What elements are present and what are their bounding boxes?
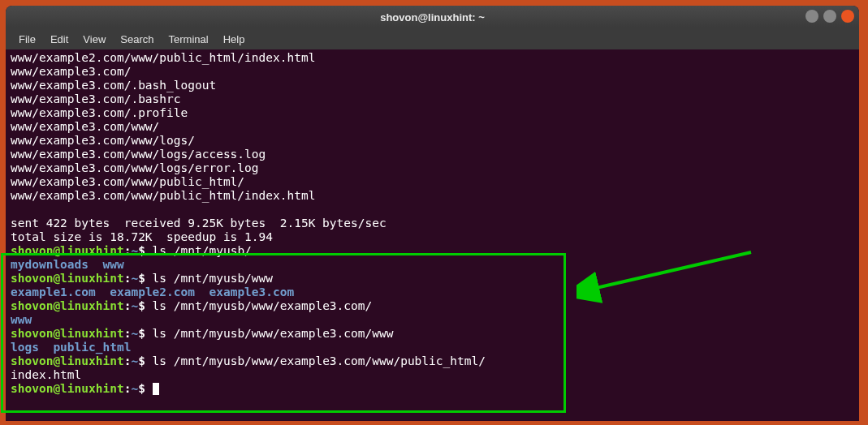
prompt-line: shovon@linuxhint:~$ ls /mnt/myusb/www: [11, 272, 854, 285]
output-line: mydownloads www: [11, 258, 854, 272]
menubar: File Edit View Search Terminal Help: [6, 28, 859, 49]
menu-terminal[interactable]: Terminal: [162, 32, 215, 47]
output-line: www: [11, 313, 854, 327]
menu-view[interactable]: View: [76, 32, 112, 47]
menu-edit[interactable]: Edit: [44, 32, 75, 47]
terminal-window: shovon@linuxhint: ~ File Edit View Searc…: [6, 6, 859, 421]
prompt-line: shovon@linuxhint:~$ ls /mnt/myusb/www/ex…: [11, 354, 854, 368]
output-line: www/example3.com/.profile: [11, 106, 854, 120]
output-line: total size is 18.72K speedup is 1.94: [11, 230, 854, 244]
prompt-line: shovon@linuxhint:~$: [11, 382, 854, 396]
output-line: www/example3.com/.bash_logout: [11, 79, 854, 92]
window-title: shovon@linuxhint: ~: [380, 11, 485, 24]
minimize-icon[interactable]: [805, 10, 818, 23]
output-line: www/example3.com/www/: [11, 120, 854, 134]
output-line: www/example3.com/www/logs/access.log: [11, 148, 854, 161]
terminal-body[interactable]: www/example2.com/www/public_html/index.h…: [6, 49, 859, 397]
cursor: [153, 383, 159, 395]
menu-search[interactable]: Search: [114, 32, 160, 47]
output-line: www/example3.com/: [11, 65, 854, 79]
output-line: logs public_html: [11, 341, 854, 354]
output-line: www/example3.com/www/logs/error.log: [11, 161, 854, 175]
output-line: www/example3.com/www/logs/: [11, 134, 854, 148]
output-line: www/example3.com/.bashrc: [11, 92, 854, 106]
output-line: www/example3.com/www/public_html/index.h…: [11, 189, 854, 203]
close-icon[interactable]: [841, 10, 854, 23]
prompt-line: shovon@linuxhint:~$ ls /mnt/myusb/: [11, 244, 854, 258]
output-line: www/example3.com/www/public_html/: [11, 175, 854, 189]
maximize-icon[interactable]: [823, 10, 836, 23]
menu-help[interactable]: Help: [217, 32, 252, 47]
prompt-line: shovon@linuxhint:~$ ls /mnt/myusb/www/ex…: [11, 299, 854, 313]
output-line: example1.com example2.com example3.com: [11, 285, 854, 299]
window-controls: [805, 10, 854, 23]
titlebar: shovon@linuxhint: ~: [6, 6, 859, 28]
output-line: www/example2.com/www/public_html/index.h…: [11, 51, 854, 65]
menu-file[interactable]: File: [12, 32, 42, 47]
output-line: [11, 203, 854, 217]
output-line: sent 422 bytes received 9.25K bytes 2.15…: [11, 217, 854, 230]
prompt-line: shovon@linuxhint:~$ ls /mnt/myusb/www/ex…: [11, 327, 854, 341]
output-line: index.html: [11, 368, 854, 382]
